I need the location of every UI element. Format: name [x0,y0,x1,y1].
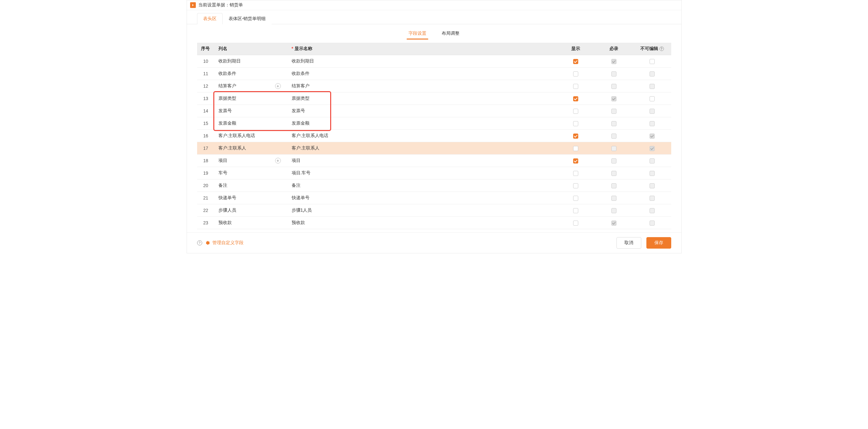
cell-seq: 15 [197,117,215,130]
checkbox-show[interactable] [573,84,578,89]
cell-colname: 步骤人员 [215,204,288,217]
cell-colname: 收款到期日 [215,55,288,67]
checkbox-readonly [650,183,655,189]
cell-readonly [633,92,671,105]
cell-colname: 备注 [215,179,288,192]
expand-plus-button[interactable]: + [275,158,281,164]
cell-readonly [633,55,671,67]
cell-show [557,80,595,92]
table-row: 18项目+项目 [197,154,671,167]
checkbox-show[interactable] [573,146,578,151]
checkbox-required [611,96,616,102]
table-row: 14发票号发票号 [197,105,671,117]
cell-show [557,67,595,80]
table-row: 15发票金额发票金额 [197,117,671,130]
cell-readonly [633,167,671,179]
th-seq: 序号 [197,43,215,55]
cell-readonly [633,105,671,117]
cell-displayname[interactable]: 项目 [288,154,557,167]
cell-displayname[interactable]: 结算客户 [288,80,557,92]
cell-displayname[interactable]: 备注 [288,179,557,192]
checkbox-show[interactable] [573,196,578,201]
outer-tab-1[interactable]: 表体区-销货单明细 [223,13,272,24]
cell-seq: 19 [197,167,215,179]
cell-displayname[interactable]: 客户.主联系人电话 [288,130,557,142]
checkbox-readonly[interactable] [650,59,655,64]
cell-displayname[interactable]: 收款到期日 [288,55,557,67]
checkbox-required [611,208,616,213]
cell-show [557,192,595,204]
cell-required [595,117,633,130]
manage-custom-fields-link[interactable]: 管理自定义字段 [212,240,244,246]
cell-show [557,179,595,192]
cell-colname: 车号 [215,167,288,179]
expand-plus-button[interactable]: + [275,83,281,89]
fields-table: 序号 列名 *显示名称 显示 必录 不可编辑? 10收款到期日收款到期日11收款… [197,43,671,229]
sub-tab-0[interactable]: 字段设置 [404,28,431,39]
th-display-label: 显示名称 [294,46,312,51]
checkbox-readonly [650,146,655,151]
colname-text: 预收款 [218,220,232,225]
cell-required [595,92,633,105]
cell-readonly [633,130,671,142]
cell-displayname[interactable]: 收款条件 [288,67,557,80]
checkbox-required [611,146,616,151]
cell-displayname[interactable]: 项目.车号 [288,167,557,179]
cell-displayname[interactable]: 步骤1人员 [288,204,557,217]
checkbox-show[interactable] [573,96,578,102]
collapse-button[interactable] [190,2,196,8]
table-row: 17客户.主联系人客户.主联系人 [197,142,671,154]
checkbox-show[interactable] [573,208,578,213]
cell-seq: 20 [197,179,215,192]
cell-displayname[interactable]: 票据类型 [288,92,557,105]
cell-show [557,167,595,179]
cell-readonly [633,142,671,154]
cell-show [557,130,595,142]
footer-right: 取消 保存 [616,237,671,249]
checkbox-show[interactable] [573,159,578,164]
cell-seq: 14 [197,105,215,117]
table-row: 20备注备注 [197,179,671,192]
checkbox-show[interactable] [573,109,578,114]
cell-colname: 客户.主联系人电话 [215,130,288,142]
cell-show [557,105,595,117]
cell-colname: 预收款 [215,217,288,229]
checkbox-readonly [650,221,655,226]
checkbox-show[interactable] [573,134,578,139]
help-icon[interactable]: ? [659,47,664,51]
cell-readonly [633,192,671,204]
checkbox-show[interactable] [573,171,578,176]
cell-seq: 10 [197,55,215,67]
cell-readonly [633,179,671,192]
colname-text: 发票金额 [218,120,236,125]
chevron-right-icon [191,3,195,7]
cell-show [557,117,595,130]
table-row: 12结算客户+结算客户 [197,80,671,92]
sub-tab-1[interactable]: 布局调整 [437,28,464,39]
cell-displayname[interactable]: 发票号 [288,105,557,117]
cell-displayname[interactable]: 发票金额 [288,117,557,130]
checkbox-required [611,109,616,114]
checkbox-required [611,183,616,189]
cell-show [557,217,595,229]
cell-required [595,167,633,179]
help-icon[interactable]: ? [197,240,202,246]
cell-required [595,217,633,229]
save-button[interactable]: 保存 [646,237,671,249]
checkbox-show[interactable] [573,121,578,126]
checkbox-required [611,59,616,64]
cell-displayname[interactable]: 预收款 [288,217,557,229]
cell-displayname[interactable]: 快递单号 [288,192,557,204]
checkbox-readonly[interactable] [650,96,655,102]
cell-seq: 16 [197,130,215,142]
outer-tab-0[interactable]: 表头区 [197,13,223,24]
checkbox-show[interactable] [573,183,578,189]
checkbox-show[interactable] [573,72,578,77]
cancel-button[interactable]: 取消 [616,237,641,249]
cell-displayname[interactable]: 客户.主联系人 [288,142,557,154]
checkbox-show[interactable] [573,59,578,64]
cell-seq: 12 [197,80,215,92]
checkbox-show[interactable] [573,221,578,226]
cell-seq: 21 [197,192,215,204]
cell-colname: 快递单号 [215,192,288,204]
